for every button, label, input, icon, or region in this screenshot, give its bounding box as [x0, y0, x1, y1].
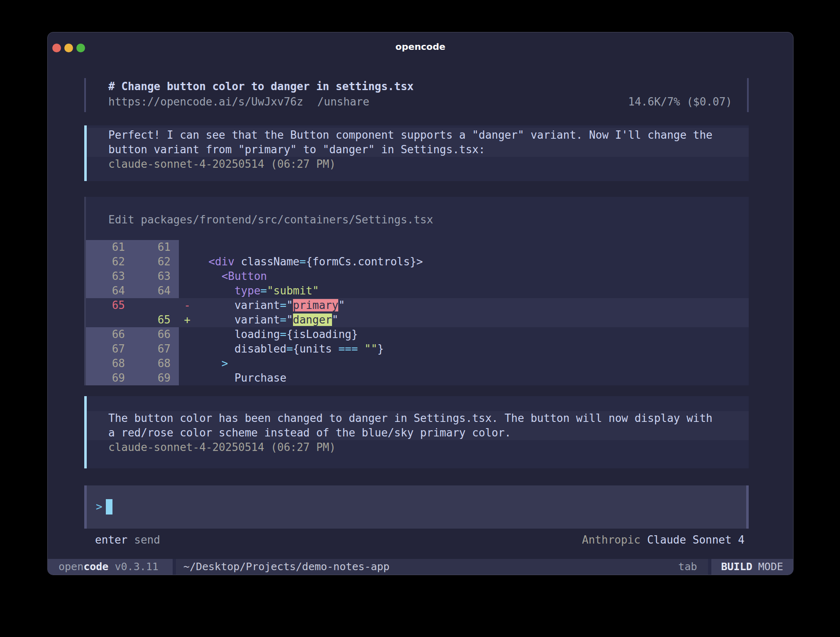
code-token: = [280, 328, 287, 341]
code-token: " [332, 314, 339, 326]
prompt-input[interactable]: > [84, 485, 749, 529]
code-token: " [286, 314, 293, 326]
diff-marker: + [179, 313, 195, 327]
app-name-code: code [83, 561, 108, 573]
status-bar: opencode v0.3.11 ~/Desktop/Projects/demo… [48, 559, 793, 575]
code-line: disabled={units === ""} [195, 342, 749, 356]
unshare-command[interactable]: /unshare [317, 94, 369, 110]
old-line-number [86, 313, 133, 327]
code-line: <Button [195, 269, 749, 284]
code-token: = [286, 343, 293, 355]
code-token: <div [208, 255, 234, 268]
code-token: Purchase [195, 372, 286, 384]
desktop: opencode # Change button color to danger… [0, 0, 840, 637]
code-token: variant [195, 314, 280, 326]
code-token [195, 255, 208, 268]
new-line-number: 62 [133, 255, 179, 269]
diff-row: 6868 > [86, 356, 749, 371]
diff-row: 6767 disabled={units === ""} [86, 342, 749, 356]
code-token: <Button [222, 270, 267, 282]
code-token [195, 284, 234, 297]
code-token: = [261, 284, 267, 297]
code-token [358, 343, 364, 355]
code-token: > [222, 357, 228, 370]
segment-divider [708, 559, 711, 575]
footer-spacer [160, 533, 582, 547]
diff-row: 6363 <Button [86, 269, 749, 284]
new-line-number: 61 [133, 240, 179, 255]
new-line-number [133, 298, 179, 313]
code-token: = [280, 314, 287, 326]
token-usage: 14.6K/7% ($0.07) [628, 94, 732, 110]
diff-row: 65- variant="primary" [86, 298, 749, 313]
prompt-chevron: > [96, 499, 103, 514]
mode-name: BUILD [721, 561, 752, 573]
diff-marker [179, 342, 195, 356]
mode-suffix: MODE [758, 561, 783, 573]
code-token: {isLoading} [286, 328, 358, 341]
diff-marker [179, 255, 195, 269]
code-line: loading={isLoading} [195, 327, 749, 342]
titlebar: opencode [48, 32, 793, 61]
session-header: # Change button color to danger in setti… [84, 78, 749, 112]
code-token [195, 270, 222, 282]
share-url-link[interactable]: https://opencode.ai/s/UwJxv76z [108, 94, 303, 110]
diff-row: 6262 <div className={formCs.controls}> [86, 255, 749, 269]
assistant-message-1: Perfect! I can see that the Button compo… [84, 125, 749, 181]
assistant-message-2: The button color has been changed to dan… [84, 396, 749, 468]
diff-marker [179, 240, 195, 255]
code-token [195, 357, 222, 370]
code-token: {formCs.controls}> [306, 255, 423, 268]
message-text-line: Perfect! I can see that the Button compo… [87, 128, 749, 142]
app-version: v0.3.11 [108, 561, 158, 573]
app-name-open: open [59, 561, 83, 573]
code-line [195, 240, 749, 255]
code-token: "" [364, 343, 377, 355]
diff-row: 65+ variant="danger" [86, 313, 749, 327]
diff-marker [179, 327, 195, 342]
old-line-number: 68 [86, 356, 133, 371]
session-title: # Change button color to danger in setti… [108, 79, 747, 94]
code-token: danger [293, 314, 332, 326]
code-token: variant [195, 299, 280, 311]
diff-row: 6969 Purchase [86, 371, 749, 385]
diff-row: 6161 [86, 240, 749, 255]
code-token: "submit" [267, 284, 319, 297]
model-timestamp: claude-sonnet-4-20250514 (06:27 PM) [87, 440, 749, 455]
code-line: > [195, 356, 749, 371]
old-line-number: 62 [86, 255, 133, 269]
code-line: variant="danger" [195, 313, 749, 327]
old-line-number: 66 [86, 327, 133, 342]
code-line: <div className={formCs.controls}> [195, 255, 749, 269]
text-cursor [106, 499, 112, 514]
header-spacer [369, 94, 628, 110]
model-timestamp: claude-sonnet-4-20250514 (06:27 PM) [87, 157, 749, 172]
enter-key-hint: enter [95, 533, 127, 547]
code-line: variant="primary" [195, 298, 749, 313]
code-token: {units [293, 343, 339, 355]
code-token: disabled [195, 343, 286, 355]
new-line-number: 64 [133, 284, 179, 298]
diff-marker [179, 284, 195, 298]
new-line-number: 65 [133, 313, 179, 327]
code-line: type="submit" [195, 284, 749, 298]
code-token: === [338, 343, 358, 355]
new-line-number: 68 [133, 356, 179, 371]
code-token: " [286, 299, 293, 311]
statusbar-spacer [390, 559, 679, 575]
window-title: opencode [48, 42, 793, 52]
new-line-number: 69 [133, 371, 179, 385]
input-footer: enter send Anthropic Claude Sonnet 4 [84, 533, 749, 547]
code-token: primary [293, 299, 339, 311]
provider-label: Anthropic [582, 533, 640, 547]
mode-toggle[interactable]: BUILDMODE [711, 559, 793, 575]
working-directory: ~/Desktop/Projects/demo-notes-app [176, 559, 390, 575]
old-line-number: 65 [86, 298, 133, 313]
message-text-line: button variant from "primary" to "danger… [87, 142, 749, 157]
opencode-window: opencode # Change button color to danger… [47, 32, 794, 575]
code-token: " [338, 299, 345, 311]
segment-divider [173, 559, 176, 575]
new-line-number: 66 [133, 327, 179, 342]
app-version-segment: opencode v0.3.11 [48, 559, 173, 575]
edit-file-path: Edit packages/frontend/src/containers/Se… [108, 213, 433, 226]
